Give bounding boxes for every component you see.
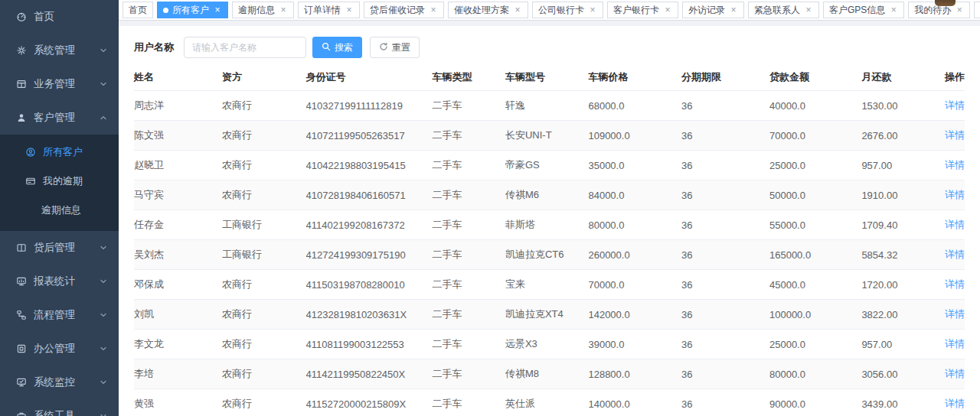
tabbar-content-gap (119, 21, 980, 26)
tab-my-process[interactable]: 我的流程× (974, 2, 980, 18)
cell-loan-amount: 25000.0 (769, 151, 861, 180)
details-link[interactable]: 详情 (945, 278, 965, 290)
tab-overdue-info[interactable]: 逾期信息× (232, 2, 294, 18)
cell-loan-amount: 25000.0 (769, 330, 861, 359)
cell-vehicle-type: 二手车 (432, 270, 505, 300)
close-icon[interactable]: × (804, 5, 813, 15)
details-link[interactable]: 详情 (945, 398, 965, 409)
details-link[interactable]: 详情 (945, 99, 965, 111)
sidebar-item-business-mgmt[interactable]: 业务管理 (0, 67, 119, 101)
sidebar-item-home[interactable]: 首页 (0, 0, 119, 34)
cell-action: 详情 (936, 210, 965, 240)
tab-collection-plan[interactable]: 催收处理方案× (448, 2, 528, 18)
tab-label: 公司银行卡 (538, 4, 584, 17)
cell-action: 详情 (936, 330, 965, 359)
chevron-down-icon (100, 80, 107, 88)
close-icon[interactable]: × (345, 5, 354, 15)
cell-vehicle-type: 二手车 (432, 210, 505, 240)
cell-id-number: 411081199003122553 (306, 330, 433, 359)
details-link[interactable]: 详情 (945, 368, 965, 379)
details-link[interactable]: 详情 (945, 129, 965, 141)
sidebar-item-label: 贷后管理 (34, 241, 75, 255)
search-button[interactable]: 搜索 (312, 37, 362, 58)
col-header-name: 姓名 (134, 64, 222, 91)
cell-vehicle-price: 80000.0 (588, 210, 681, 240)
tab-label: 贷后催收记录 (370, 4, 425, 17)
close-icon[interactable]: × (429, 5, 438, 15)
cell-monthly-payment: 957.00 (861, 151, 936, 180)
tab-all-customers[interactable]: 所有客户× (157, 2, 228, 18)
col-header-funder: 资方 (222, 64, 306, 91)
details-link[interactable]: 详情 (945, 308, 965, 320)
cell-loan-amount: 55000.0 (769, 210, 861, 240)
sidebar-item-label: 业务管理 (34, 77, 75, 91)
tab-visit-record[interactable]: 外访记录× (682, 2, 744, 18)
table-header-row: 姓名资方身份证号车辆类型车辆型号车辆价格分期期限贷款金额月还款操作 (134, 64, 965, 91)
sidebar-item-post-loan-mgmt[interactable]: 贷后管理 (0, 231, 119, 265)
cell-vehicle-model: 帝豪GS (505, 151, 589, 180)
cell-installment-term: 36 (681, 210, 769, 240)
cell-vehicle-price: 260000.0 (588, 240, 681, 270)
cell-action: 详情 (936, 270, 965, 300)
tab-customer-gps[interactable]: 客户GPS信息× (823, 2, 904, 18)
cell-action: 详情 (936, 300, 965, 330)
cell-installment-term: 36 (681, 359, 769, 389)
sidebar-subitem-overdue-info[interactable]: 逾期信息 (0, 196, 119, 225)
cell-vehicle-model: 菲斯塔 (505, 210, 589, 240)
cell-vehicle-type: 二手车 (432, 240, 505, 270)
tab-customer-bank-card[interactable]: 客户银行卡× (607, 2, 678, 18)
details-link[interactable]: 详情 (945, 219, 965, 230)
cell-vehicle-model: 凯迪拉克XT4 (505, 300, 589, 330)
customer-table: 姓名资方身份证号车辆类型车辆型号车辆价格分期期限贷款金额月还款操作 周志洋农商行… (134, 64, 965, 416)
col-header-monthly-payment: 月还款 (861, 64, 936, 91)
sidebar-item-customer-mgmt[interactable]: 客户管理 (0, 101, 119, 135)
sidebar-item-label: 系统工具 (34, 409, 75, 416)
details-link[interactable]: 详情 (945, 159, 965, 171)
table-row: 黄强农商行41152720000215809X二手车英仕派140000.0369… (134, 389, 965, 416)
sidebar-item-label: 系统管理 (34, 44, 75, 57)
close-icon[interactable]: × (663, 5, 672, 15)
grid-icon (15, 79, 27, 90)
details-link[interactable]: 详情 (945, 249, 965, 260)
reset-button[interactable]: 重置 (370, 37, 420, 58)
search-form: 用户名称 搜索 重置 (119, 26, 980, 64)
sidebar-item-system-mgmt[interactable]: 系统管理 (0, 34, 119, 67)
sidebar-item-system-tools[interactable]: 系统工具 (0, 399, 119, 416)
sidebar-item-office-mgmt[interactable]: 办公管理 (0, 332, 119, 366)
cell-vehicle-type: 二手车 (432, 389, 505, 416)
cell-vehicle-model: 英仕派 (505, 389, 589, 416)
tab-order-detail[interactable]: 订单详情× (298, 2, 360, 18)
sidebar-item-label: 客户管理 (34, 111, 75, 125)
sidebar-item-report-stats[interactable]: 报表统计 (0, 265, 119, 298)
close-icon[interactable]: × (889, 5, 898, 15)
details-link[interactable]: 详情 (945, 338, 965, 349)
sidebar-subitem-my-overdue[interactable]: 我的逾期 (0, 167, 119, 196)
dashboard-icon (15, 11, 27, 23)
col-header-vehicle-price: 车辆价格 (588, 64, 681, 91)
cell-vehicle-price: 39000.0 (588, 330, 681, 359)
close-icon[interactable]: × (729, 5, 738, 15)
table-row: 赵晓卫农商行410422198803195415二手车帝豪GS35000.036… (134, 151, 965, 180)
tab-home[interactable]: 首页 (122, 2, 153, 18)
close-icon[interactable]: × (588, 5, 597, 15)
sidebar-item-process-mgmt[interactable]: 流程管理 (0, 298, 119, 332)
tab-emergency-contact[interactable]: 紧急联系人× (748, 2, 819, 18)
tab-post-loan-collection-record[interactable]: 贷后催收记录× (364, 2, 444, 18)
table-row: 刘凯农商行41232819810203631X二手车凯迪拉克XT4142000.… (134, 300, 965, 330)
avatar[interactable] (935, 0, 956, 6)
close-icon[interactable]: × (955, 5, 964, 15)
tab-company-bank-card[interactable]: 公司银行卡× (532, 2, 603, 18)
col-header-id-number: 身份证号 (306, 64, 433, 91)
sidebar-item-system-monitor[interactable]: 系统监控 (0, 366, 119, 399)
col-header-action: 操作 (936, 64, 965, 91)
search-input[interactable] (184, 37, 306, 58)
app-layout: 首页系统管理业务管理客户管理所有客户我的逾期逾期信息贷后管理报表统计流程管理办公… (0, 0, 980, 416)
cell-name: 刘凯 (134, 300, 222, 330)
close-icon[interactable]: × (513, 5, 522, 15)
close-icon[interactable]: × (279, 5, 288, 15)
details-link[interactable]: 详情 (945, 189, 965, 200)
close-icon[interactable]: × (213, 5, 222, 15)
sidebar-subitem-all-customers[interactable]: 所有客户 (0, 138, 119, 167)
cell-vehicle-price: 84000.0 (588, 180, 681, 210)
chart-icon (15, 276, 27, 288)
